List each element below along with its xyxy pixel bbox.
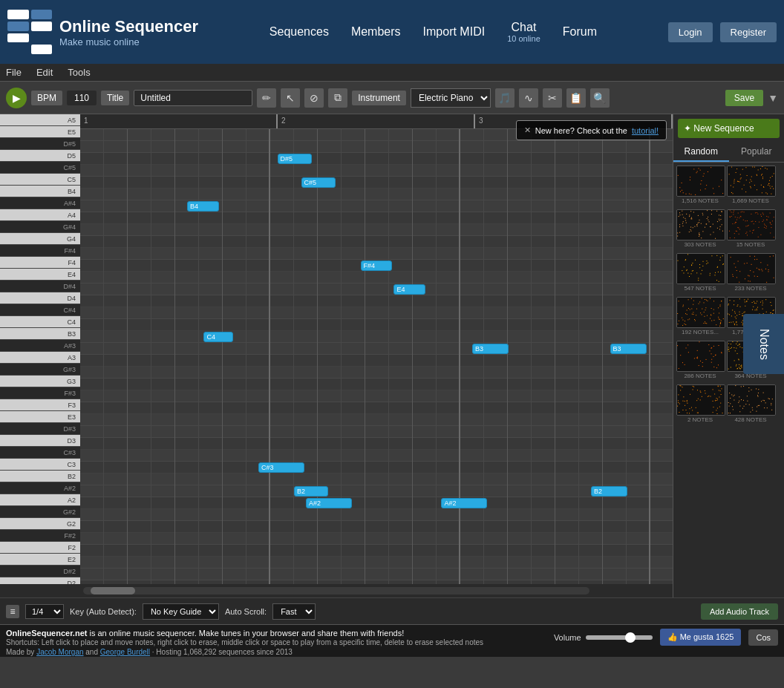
note[interactable]: B4: [187, 201, 219, 212]
grid-cell[interactable]: [318, 272, 342, 284]
grid-cell[interactable]: [484, 580, 508, 584]
grid-cell[interactable]: [627, 212, 650, 224]
thumbnail-item[interactable]: 1,516 NOTES: [676, 166, 724, 205]
piano-key-d5[interactable]: D5: [0, 150, 80, 162]
grid-cell[interactable]: [246, 284, 270, 295]
grid-cell[interactable]: [128, 224, 151, 236]
grid-cell[interactable]: [627, 260, 650, 272]
grid-cell[interactable]: [128, 331, 151, 343]
grid-cell[interactable]: [627, 580, 650, 584]
grid-cell[interactable]: [104, 474, 128, 485]
grid-cell[interactable]: [508, 438, 532, 450]
grid-cell[interactable]: [579, 545, 603, 557]
grid-cell[interactable]: [294, 319, 318, 331]
grid-cell[interactable]: [270, 141, 294, 153]
grid-cell[interactable]: [223, 533, 246, 545]
grid-cell[interactable]: [294, 390, 318, 402]
grid-cell[interactable]: [246, 580, 270, 584]
grid-row[interactable]: [80, 153, 673, 165]
grid-cell[interactable]: [389, 521, 413, 533]
grid-cell[interactable]: [627, 521, 650, 533]
grid-cell[interactable]: [104, 533, 128, 545]
grid-cell[interactable]: [579, 438, 603, 450]
grid-cell[interactable]: [627, 545, 650, 557]
grid-cell[interactable]: [175, 307, 199, 319]
grid-cell[interactable]: [508, 367, 532, 379]
grid-cell[interactable]: [128, 509, 151, 521]
grid-cell[interactable]: [246, 485, 270, 497]
grid-cell[interactable]: [508, 509, 532, 521]
paste-icon[interactable]: 📋: [566, 88, 586, 108]
grid-cell[interactable]: [555, 485, 579, 497]
grid-cell[interactable]: [80, 438, 104, 450]
grid-cell[interactable]: [80, 272, 104, 284]
grid-cell[interactable]: [151, 129, 175, 141]
grid-cell[interactable]: [413, 426, 437, 438]
grid-cell[interactable]: [104, 260, 128, 272]
grid-cell[interactable]: [80, 177, 104, 189]
grid-cell[interactable]: [413, 497, 437, 509]
grid-cell[interactable]: [532, 497, 555, 509]
grid-cell[interactable]: [484, 165, 508, 177]
grid-cell[interactable]: [128, 343, 151, 355]
grid-cell[interactable]: [151, 521, 175, 533]
grid-cell[interactable]: [199, 414, 223, 426]
tutorial-link[interactable]: tutorial!: [632, 126, 659, 135]
grid-row[interactable]: [80, 414, 673, 426]
grid-cell[interactable]: [460, 367, 484, 379]
grid-cell[interactable]: [342, 462, 365, 474]
grid-cell[interactable]: [603, 533, 627, 545]
grid-cell[interactable]: [437, 212, 460, 224]
grid-cell[interactable]: [555, 165, 579, 177]
grid-cell[interactable]: [128, 426, 151, 438]
grid-cell[interactable]: [460, 272, 484, 284]
grid-cell[interactable]: [437, 295, 460, 307]
grid-cell[interactable]: [294, 189, 318, 200]
grid-cell[interactable]: [555, 390, 579, 402]
grid-cell[interactable]: [80, 284, 104, 295]
grid-cell[interactable]: [104, 224, 128, 236]
piano-key-ds2[interactable]: D#2: [0, 566, 80, 577]
grid-cell[interactable]: [603, 284, 627, 295]
grid-cell[interactable]: [627, 284, 650, 295]
grid-cell[interactable]: [270, 509, 294, 521]
note[interactable]: D#5: [278, 154, 312, 164]
grid-cell[interactable]: [627, 402, 650, 414]
grid-cell[interactable]: [175, 533, 199, 545]
grid-cell[interactable]: [246, 545, 270, 557]
grid-cell[interactable]: [365, 390, 389, 402]
grid-cell[interactable]: [579, 177, 603, 189]
grid-cell[interactable]: [104, 343, 128, 355]
grid-cell[interactable]: [437, 533, 460, 545]
grid-cell[interactable]: [151, 319, 175, 331]
grid-cell[interactable]: [342, 557, 365, 569]
grid-cell[interactable]: [413, 390, 437, 402]
grid-cell[interactable]: [437, 426, 460, 438]
grid-cell[interactable]: [365, 450, 389, 462]
grid-cell[interactable]: [627, 189, 650, 200]
grid-cell[interactable]: [246, 390, 270, 402]
grid-cell[interactable]: [175, 224, 199, 236]
grid-cell[interactable]: [294, 509, 318, 521]
grid-cell[interactable]: [532, 509, 555, 521]
cos-button[interactable]: Cos: [748, 629, 778, 646]
grid-cell[interactable]: [437, 284, 460, 295]
grid-cell[interactable]: [246, 141, 270, 153]
grid-cell[interactable]: [437, 521, 460, 533]
grid-cell[interactable]: [199, 533, 223, 545]
grid-row[interactable]: [80, 189, 673, 200]
grid-cell[interactable]: [460, 319, 484, 331]
grid-cell[interactable]: [270, 165, 294, 177]
piano-key-a3[interactable]: A3: [0, 352, 80, 364]
grid-cell[interactable]: [650, 212, 673, 224]
grid-cell[interactable]: [270, 474, 294, 485]
grid-cell[interactable]: [223, 129, 246, 141]
grid-cell[interactable]: [223, 319, 246, 331]
grid-cell[interactable]: [389, 355, 413, 367]
grid-cell[interactable]: [389, 533, 413, 545]
grid-cell[interactable]: [318, 462, 342, 474]
grid-cell[interactable]: [603, 141, 627, 153]
thumbnail-item[interactable]: 428 NOTES: [727, 384, 774, 424]
grid-cell[interactable]: [318, 379, 342, 390]
grid-cell[interactable]: [151, 414, 175, 426]
